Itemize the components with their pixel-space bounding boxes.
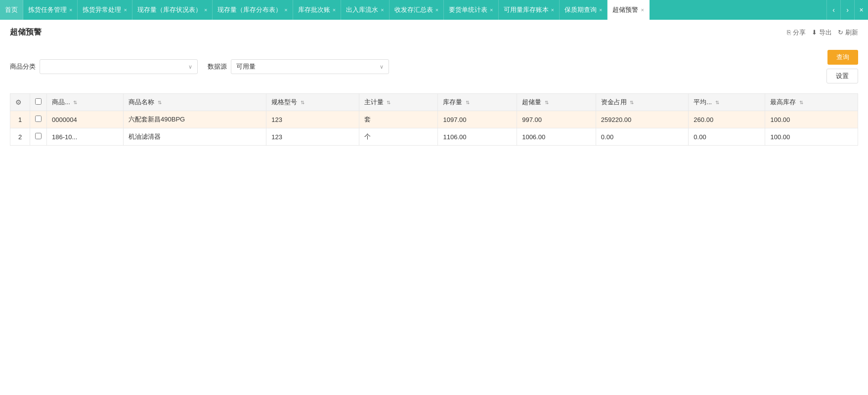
sort-icon: ⇅ <box>466 100 470 105</box>
chevron-down-icon: ∨ <box>188 64 192 70</box>
page-actions: ⎘ 分享 ⬇ 导出 ↻ 刷新 <box>787 28 858 37</box>
table-header-row: ⚙ 商品... ⇅ 商品名称 ⇅ 规格型号 ⇅ 主计量 <box>10 94 858 111</box>
filter-bar: 商品分类 ∨ 数据源 可用量 ∨ 查询 设置 <box>10 45 858 88</box>
header-unit[interactable]: 主计量 ⇅ <box>359 94 438 111</box>
nav-quality-period[interactable]: 保质期查询 × <box>560 0 608 20</box>
data-table: ⚙ 商品... ⇅ 商品名称 ⇅ 规格型号 ⇅ 主计量 <box>10 93 858 146</box>
header-avg[interactable]: 平均... ⇅ <box>689 94 765 111</box>
overstock-qty: 997.00 <box>517 111 596 128</box>
avg-value: 260.00 <box>689 111 765 128</box>
close-icon[interactable]: × <box>333 7 336 13</box>
refresh-button[interactable]: ↻ 刷新 <box>838 28 858 37</box>
nav-next-button[interactable]: › <box>840 0 854 20</box>
query-button[interactable]: 查询 <box>827 50 858 65</box>
nav-stock-batch[interactable]: 库存批次账 × <box>293 0 341 20</box>
page-content: 超储预警 ⎘ 分享 ⬇ 导出 ↻ 刷新 商品分类 ∨ 数据源 <box>0 20 868 395</box>
share-button[interactable]: ⎘ 分享 <box>787 28 806 37</box>
page-header: 超储预警 ⎘ 分享 ⬇ 导出 ↻ 刷新 <box>10 27 858 38</box>
table-row: 1 0000004 六配套新昌490BPG 123 套 1097.00 997.… <box>10 111 858 128</box>
refresh-icon: ↻ <box>838 29 843 36</box>
sort-icon: ⇅ <box>301 100 304 105</box>
max-stock: 100.00 <box>765 111 858 128</box>
nav-home[interactable]: 首页 <box>0 0 23 20</box>
sort-icon: ⇅ <box>799 100 803 105</box>
product-code: 186-10... <box>47 128 124 146</box>
page-title: 超储预警 <box>10 27 42 38</box>
sort-icon: ⇅ <box>387 100 391 105</box>
nav-inout-flow[interactable]: 出入库流水 × <box>341 0 389 20</box>
stock-qty: 1106.00 <box>438 128 517 146</box>
product-spec: 123 <box>266 128 359 146</box>
header-stock[interactable]: 库存量 ⇅ <box>438 94 517 111</box>
export-button[interactable]: ⬇ 导出 <box>812 28 832 37</box>
datasource-filter: 数据源 可用量 ∨ <box>208 59 389 74</box>
sort-icon: ⇅ <box>630 100 634 105</box>
table-row: 2 186-10... 机油滤清器 123 个 1106.00 1006.00 … <box>10 128 858 146</box>
datasource-select[interactable]: 可用量 ∨ <box>231 59 389 74</box>
capital-usage: 0.00 <box>596 128 689 146</box>
row-checkbox-cell[interactable] <box>30 111 47 128</box>
close-icon[interactable]: × <box>551 7 554 13</box>
nav-overstock-warning[interactable]: 超储预警 × <box>608 0 649 20</box>
category-filter: 商品分类 ∨ <box>10 59 198 74</box>
export-icon: ⬇ <box>812 29 817 36</box>
chevron-down-icon: ∨ <box>380 64 384 70</box>
close-icon[interactable]: × <box>435 7 438 13</box>
settings-button[interactable]: 设置 <box>826 69 858 83</box>
nav-pick-task[interactable]: 拣货任务管理 × <box>23 0 78 20</box>
sort-icon: ⇅ <box>73 100 77 105</box>
close-icon[interactable]: × <box>284 7 287 13</box>
share-icon: ⎘ <box>787 29 791 36</box>
sort-icon: ⇅ <box>545 100 549 105</box>
nav-stock-status[interactable]: 现存量（库存状况表） × <box>132 0 213 20</box>
header-gear[interactable]: ⚙ <box>10 94 30 111</box>
gear-icon: ⚙ <box>15 98 22 106</box>
nav-pick-exception[interactable]: 拣货异常处理 × <box>78 0 132 20</box>
nav-arrows: ‹ › × <box>826 0 868 20</box>
header-max-stock[interactable]: 最高库存 ⇅ <box>765 94 858 111</box>
category-select[interactable]: ∨ <box>40 59 198 74</box>
nav-recv-send[interactable]: 收发存汇总表 × <box>390 0 444 20</box>
row-checkbox[interactable] <box>35 116 42 122</box>
nav-close-button[interactable]: × <box>854 0 868 20</box>
nav-stock-dist[interactable]: 现存量（库存分布表） × <box>213 0 293 20</box>
sort-icon: ⇅ <box>158 100 162 105</box>
header-capital[interactable]: 资金占用 ⇅ <box>596 94 689 111</box>
close-icon[interactable]: × <box>204 7 207 13</box>
row-checkbox[interactable] <box>35 133 42 139</box>
sort-icon: ⇅ <box>715 100 719 105</box>
close-icon[interactable]: × <box>599 7 602 13</box>
capital-usage: 259220.00 <box>596 111 689 128</box>
product-code: 0000004 <box>47 111 124 128</box>
nav-prev-button[interactable]: ‹ <box>826 0 840 20</box>
overstock-qty: 1006.00 <box>517 128 596 146</box>
close-icon[interactable]: × <box>124 7 127 13</box>
select-all-checkbox[interactable] <box>35 98 42 105</box>
close-icon[interactable]: × <box>69 7 72 13</box>
max-stock: 100.00 <box>765 128 858 146</box>
filter-buttons: 查询 设置 <box>826 50 858 83</box>
product-unit: 套 <box>359 111 438 128</box>
close-icon[interactable]: × <box>641 7 644 13</box>
row-checkbox-cell[interactable] <box>30 128 47 146</box>
avg-value: 0.00 <box>689 128 765 146</box>
product-unit: 个 <box>359 128 438 146</box>
header-checkbox[interactable] <box>30 94 47 111</box>
stock-qty: 1097.00 <box>438 111 517 128</box>
nav-order-stat[interactable]: 要货单统计表 × <box>444 0 498 20</box>
product-name: 机油滤清器 <box>124 128 266 146</box>
header-product-name[interactable]: 商品名称 ⇅ <box>124 94 266 111</box>
product-name: 六配套新昌490BPG <box>124 111 266 128</box>
category-label: 商品分类 <box>10 62 36 71</box>
header-overstock[interactable]: 超储量 ⇅ <box>517 94 596 111</box>
nav-available-stock[interactable]: 可用量库存账本 × <box>499 0 560 20</box>
header-product-code[interactable]: 商品... ⇅ <box>47 94 124 111</box>
row-index: 1 <box>10 111 30 128</box>
top-navigation: 首页 拣货任务管理 × 拣货异常处理 × 现存量（库存状况表） × 现存量（库存… <box>0 0 868 20</box>
close-icon[interactable]: × <box>490 7 493 13</box>
close-icon[interactable]: × <box>381 7 384 13</box>
row-index: 2 <box>10 128 30 146</box>
datasource-label: 数据源 <box>208 62 227 71</box>
product-spec: 123 <box>266 111 359 128</box>
header-spec[interactable]: 规格型号 ⇅ <box>266 94 359 111</box>
